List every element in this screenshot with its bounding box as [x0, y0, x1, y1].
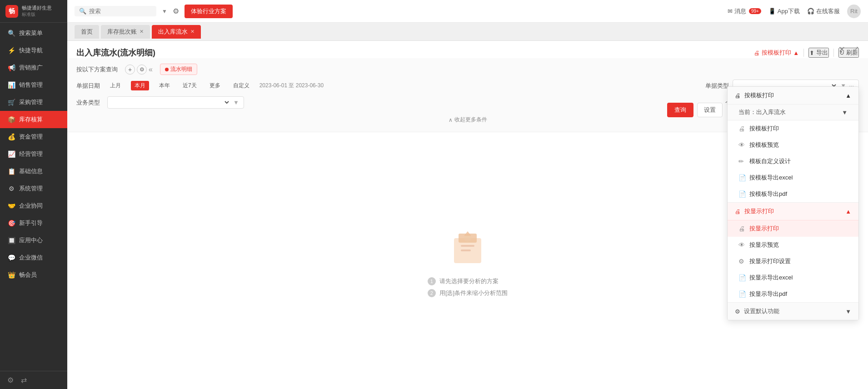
- headset-icon: 🎧: [807, 8, 814, 15]
- print-chevron-up-icon: ▲: [793, 50, 799, 56]
- display-section-toggle[interactable]: 🖨 按显示打印 ▲: [728, 203, 858, 220]
- export-button[interactable]: ⬆ 导出: [808, 48, 829, 58]
- search-add-button[interactable]: +: [125, 65, 135, 75]
- biz-type-field[interactable]: ▼: [107, 96, 244, 109]
- date-option-this-year[interactable]: 本年: [156, 81, 173, 90]
- date-option-custom[interactable]: 自定义: [230, 81, 252, 90]
- sidebar-item-member[interactable]: 👑 畅会员: [0, 266, 67, 284]
- app-download-label: App下载: [778, 7, 800, 15]
- header-gear-icon[interactable]: ⚙: [173, 7, 179, 15]
- dropdown-item-display-excel[interactable]: 📄 按显示导出excel: [728, 269, 858, 286]
- sidebar-item-finance[interactable]: 💰 资金管理: [0, 128, 67, 145]
- sidebar-item-label: 库存核算: [19, 115, 43, 124]
- dropdown-item-template-excel[interactable]: 📄 按模板导出excel: [728, 170, 858, 186]
- top-header: 🔍 ▼ ⚙ 体验行业方案 ✉ 消息 99+ 📱 App下载 🎧 在线客服 Rit: [67, 0, 868, 23]
- display-pdf-icon: 📄: [738, 290, 746, 298]
- dropdown-item-display-preview[interactable]: 👁 按显示预览: [728, 237, 858, 253]
- dropdown-header-arrow[interactable]: ▲: [845, 92, 851, 99]
- tab-home[interactable]: 首页: [75, 25, 99, 39]
- bill-type-label: 单据类型: [705, 82, 729, 90]
- sidebar-item-operations[interactable]: 📈 经营管理: [0, 145, 67, 163]
- display-settings-icon: ⚙: [738, 258, 746, 265]
- filter-tag-label: 流水明细: [170, 65, 192, 73]
- date-option-more[interactable]: 更多: [207, 81, 223, 90]
- dropdown-item-template-design[interactable]: ✏ 模板自定义设计: [728, 153, 858, 170]
- sidebar-item-enterprise[interactable]: 🤝 企业协同: [0, 197, 67, 214]
- quick-nav-icon: ⚡: [7, 46, 15, 55]
- search-collapse-icon[interactable]: «: [149, 65, 153, 74]
- page-expand-button[interactable]: ⤢: [853, 45, 859, 53]
- logo-area: 畅 畅捷通好生意 标准版: [0, 0, 67, 23]
- display-section-arrow[interactable]: ▲: [845, 208, 851, 215]
- sidebar-item-label: 销售管理: [19, 81, 43, 89]
- sidebar-item-marketing[interactable]: 📢 营销推广: [0, 59, 67, 76]
- dropdown-item-template-preview[interactable]: 👁 按模板预览: [728, 137, 858, 153]
- sidebar-item-app-center[interactable]: 🔲 应用中心: [0, 232, 67, 249]
- app-download-area[interactable]: 📱 App下载: [768, 7, 800, 15]
- sidebar-item-guide[interactable]: 🎯 新手引导: [0, 214, 67, 232]
- tab-batch-account[interactable]: 库存批次账 ✕: [101, 25, 150, 39]
- sidebar-bottom: ⚙ ⇄: [0, 371, 67, 389]
- tab-in-out-flow-close[interactable]: ✕: [190, 29, 195, 35]
- dropdown-item-display-pdf[interactable]: 📄 按显示导出pdf: [728, 286, 858, 302]
- header-search-box[interactable]: 🔍: [75, 6, 156, 16]
- avatar[interactable]: Rit: [847, 5, 861, 18]
- footer-arrow[interactable]: ▼: [845, 308, 851, 315]
- expand-bottom-icon[interactable]: ⇄: [21, 376, 27, 384]
- print-button[interactable]: 🖨 按模板打印 ▲: [754, 49, 799, 57]
- date-range-display: 2023-06-01 至 2023-06-30: [259, 82, 324, 90]
- date-option-last-7days[interactable]: 近7天: [180, 81, 200, 90]
- sidebar: 畅 畅捷通好生意 标准版 🔍 搜索菜单 ⚡ 快捷导航 📢 营销推广 📊 销售管理…: [0, 0, 67, 389]
- sidebar-item-quick-nav[interactable]: ⚡ 快捷导航: [0, 42, 67, 59]
- tip-num-2: 2: [428, 289, 436, 297]
- tab-bar: 首页 库存批次账 ✕ 出入库流水 ✕: [67, 23, 868, 41]
- message-label: 消息: [734, 7, 746, 15]
- sidebar-item-label: 新手引导: [19, 219, 43, 227]
- empty-tip-2: 2 用[选]条件来缩小分析范围: [428, 289, 508, 297]
- sidebar-item-basic-info[interactable]: 📋 基础信息: [0, 163, 67, 180]
- sidebar-item-inventory[interactable]: 📦 库存核算: [0, 111, 67, 128]
- date-option-this-month[interactable]: 本月: [131, 81, 149, 90]
- settings-outline-button[interactable]: 设置: [697, 103, 723, 117]
- header-right-area: ✉ 消息 99+ 📱 App下载 🎧 在线客服 Rit: [728, 5, 861, 18]
- search-settings-button[interactable]: ⚙: [137, 65, 147, 75]
- header-chevron-icon[interactable]: ▼: [162, 8, 167, 15]
- display-excel-icon: 📄: [738, 274, 746, 281]
- dropdown-footer[interactable]: ⚙ 设置默认功能 ▼: [728, 302, 858, 320]
- inventory-icon: 📦: [7, 115, 15, 124]
- dropdown-header-label: 按模板打印: [744, 91, 774, 100]
- template-preview-icon: 👁: [738, 141, 746, 149]
- biz-type-select[interactable]: [112, 99, 230, 106]
- query-button[interactable]: 查询: [667, 103, 693, 117]
- industry-solution-button[interactable]: 体验行业方案: [185, 5, 233, 18]
- query-settings-area: 查询 设置: [667, 103, 723, 117]
- sidebar-item-label: 经营管理: [19, 150, 43, 158]
- settings-bottom-icon[interactable]: ⚙: [7, 376, 14, 384]
- sidebar-item-purchase[interactable]: 🛒 采购管理: [0, 94, 67, 111]
- search-form-label: 按以下方案查询: [76, 65, 118, 74]
- dropdown-item-template-print[interactable]: 🖨 按模板打印: [728, 120, 858, 137]
- tab-batch-account-close[interactable]: ✕: [140, 29, 144, 35]
- sidebar-item-search-menu[interactable]: 🔍 搜索菜单: [0, 25, 67, 42]
- dropdown-item-template-pdf[interactable]: 📄 按模板导出pdf: [728, 186, 858, 202]
- sidebar-item-label: 应用中心: [19, 236, 43, 244]
- dropdown-header[interactable]: 🖨 按模板打印 ▲: [728, 87, 858, 105]
- online-service-area[interactable]: 🎧 在线客服: [807, 7, 840, 15]
- tab-in-out-flow[interactable]: 出入库流水 ✕: [152, 25, 201, 39]
- page-close-button[interactable]: ✕: [838, 45, 845, 55]
- sidebar-item-label: 资金管理: [19, 133, 43, 141]
- sidebar-item-weapp[interactable]: 💬 企业微信: [0, 249, 67, 266]
- search-input[interactable]: [89, 8, 148, 15]
- message-area[interactable]: ✉ 消息 99+: [728, 7, 761, 15]
- date-option-last-month[interactable]: 上月: [107, 81, 124, 90]
- sidebar-item-system[interactable]: ⚙ 系统管理: [0, 180, 67, 197]
- sidebar-item-sales[interactable]: 📊 销售管理: [0, 76, 67, 94]
- filter-tag[interactable]: 流水明细: [160, 64, 197, 75]
- dropdown-item-display-settings[interactable]: ⚙ 按显示打印设置: [728, 253, 858, 269]
- dropdown-sub-arrow[interactable]: ▼: [842, 109, 848, 116]
- dropdown-item-display-print[interactable]: 🖨 按显示打印: [728, 220, 858, 237]
- template-print-label: 按模板打印: [749, 125, 779, 133]
- search-controls: + ⚙ «: [125, 65, 153, 75]
- template-pdf-icon: 📄: [738, 190, 746, 198]
- dropdown-sub-header[interactable]: 当前：出入库流水 ▼: [728, 105, 858, 120]
